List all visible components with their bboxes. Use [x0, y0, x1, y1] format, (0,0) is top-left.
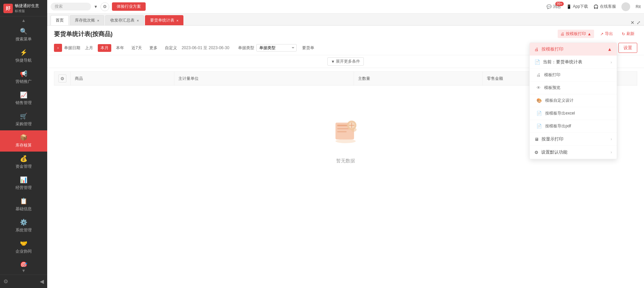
current-item-arrow: ›: [611, 60, 612, 65]
nav-label-collab: 企业协同: [16, 249, 32, 254]
date-this-month-btn[interactable]: 本月: [98, 44, 111, 52]
sidebar-item-collab[interactable]: 🤝企业协同: [0, 236, 47, 258]
export-excel-label: 按模板导出excel: [545, 110, 575, 116]
sidebar-item-purchase[interactable]: 🛒采购管理: [0, 109, 47, 130]
date-this-year-btn[interactable]: 本年: [113, 44, 127, 52]
window-expand-btn[interactable]: ⤢: [637, 20, 641, 25]
set-default-label: 设置默认功能: [541, 149, 567, 155]
sidebar: 好 畅捷通好生意 标准版 ▲ 🔍搜索菜单⚡快捷导航📢营销推广📈销售管理🛒采购管理…: [0, 0, 47, 288]
tab-receipt-summary-close[interactable]: ×: [137, 19, 139, 23]
dropdown-export-pdf[interactable]: 📄 按模板导出pdf: [530, 120, 617, 133]
app-name: 畅捷通好生意: [15, 3, 39, 9]
col-goods-header: 商品: [71, 72, 174, 86]
nav-label-search: 搜索菜单: [16, 36, 32, 42]
user-avatar[interactable]: [621, 2, 630, 11]
footer-fold-icon[interactable]: ◀: [40, 278, 44, 285]
export-pdf-icon: 📄: [536, 124, 542, 129]
header-settings-btn[interactable]: ⚙: [100, 2, 109, 11]
sidebar-item-guide[interactable]: 🎯新手引导: [0, 258, 47, 267]
user-name[interactable]: Rit: [636, 4, 641, 9]
template-custom-icon: 🎨: [536, 98, 542, 103]
expand-more-btn[interactable]: ▼ 展开更多条件: [327, 57, 364, 66]
template-custom-label: 模板自定义设计: [545, 98, 574, 103]
nav-label-operation: 经营管理: [16, 185, 32, 191]
tab-order-stats[interactable]: 要货单统计表 ×: [145, 15, 183, 25]
print-template-btn[interactable]: 🖨 按模板打印 ▲: [558, 30, 594, 38]
export-label: 导出: [605, 31, 613, 37]
dropdown-current-item[interactable]: 📄 当前：要货单统计表 ›: [530, 56, 617, 69]
print-btn-label: 按模板打印: [566, 31, 586, 37]
filter-toggle-btn[interactable]: ›: [54, 44, 62, 52]
set-default-arrow: ›: [611, 150, 612, 155]
service-icon: 🎧: [593, 4, 598, 9]
main-area: 搜索 ▼ ⚙ 体验行业方案 💬 消息 99+ 📱 App下载 🎧 在线客服 Ri…: [47, 0, 644, 288]
logo-icon: 好: [3, 4, 13, 13]
sidebar-item-sales[interactable]: 📈销售管理: [0, 88, 47, 109]
nav-icon-finance: 💰: [20, 155, 27, 162]
sidebar-item-quick[interactable]: ⚡快捷导航: [0, 45, 47, 67]
template-print-icon: 🖨: [536, 72, 541, 77]
online-service-label: 在线客服: [600, 4, 616, 9]
sidebar-item-system[interactable]: ⚙️系统管理: [0, 215, 47, 236]
tab-inventory-batch-close[interactable]: ×: [97, 19, 99, 23]
header-right: 💬 消息 99+ 📱 App下载 🎧 在线客服 Rit: [547, 2, 641, 11]
dropdown-set-default[interactable]: ⚙ 设置默认功能 ›: [530, 146, 617, 159]
display-print-label: 按显示打印: [541, 136, 563, 142]
export-icon: ↗: [600, 32, 604, 36]
message-icon: 💬: [547, 4, 552, 9]
tab-inventory-batch[interactable]: 库存批次账 ×: [70, 15, 104, 25]
nav-icon-guide: 🎯: [20, 261, 27, 267]
col-settings-btn[interactable]: ⚙: [58, 74, 66, 83]
filter-settings-btn[interactable]: 设置: [618, 43, 637, 53]
window-close-btn[interactable]: ✕: [631, 20, 635, 25]
order-type-select[interactable]: 单据类型 要货单 退货单: [256, 44, 297, 52]
sidebar-item-basic[interactable]: 📋基础信息: [0, 194, 47, 215]
scroll-down-btn[interactable]: ▼: [0, 267, 47, 275]
tab-home[interactable]: 首页: [51, 15, 69, 25]
dropdown-template-custom[interactable]: 🎨 模板自定义设计: [530, 94, 617, 107]
export-btn[interactable]: ↗ 导出: [597, 30, 616, 38]
scroll-up-btn[interactable]: ▲: [0, 17, 47, 24]
dropdown-template-preview[interactable]: 👁 模板预览: [530, 82, 617, 94]
dropdown-title-text: 按模板打印: [541, 46, 563, 52]
current-item-label: 当前：要货单统计表: [543, 59, 582, 65]
app-badge: 标准版: [15, 9, 39, 13]
sidebar-nav: 🔍搜索菜单⚡快捷导航📢营销推广📈销售管理🛒采购管理📦库存核算💰资金管理📊经营管理…: [0, 24, 47, 267]
app-download-label: App下载: [573, 4, 588, 9]
dropdown-template-print[interactable]: 🖨 模板打印: [530, 69, 617, 82]
col-unit-header: 主计量单位: [174, 72, 354, 86]
set-default-icon: ⚙: [534, 150, 538, 155]
refresh-label: 刷新: [626, 31, 635, 37]
nav-label-system: 系统管理: [16, 227, 32, 233]
sidebar-item-finance[interactable]: 💰资金管理: [0, 152, 47, 173]
trial-btn[interactable]: 体验行业方案: [112, 2, 146, 11]
online-service-btn[interactable]: 🎧 在线客服: [593, 4, 616, 9]
content-area: 要货单统计表(按商品) 🖨 按模板打印 ▲ ↗ 导出 ↻ 刷新: [47, 26, 644, 288]
nav-label-finance: 资金管理: [16, 164, 32, 169]
tab-receipt-summary[interactable]: 收发存汇总表 ×: [105, 15, 144, 25]
template-print-label: 模板打印: [544, 72, 560, 78]
export-pdf-label: 按模板导出pdf: [545, 123, 571, 129]
dropdown-export-excel[interactable]: 📄 按模板导出excel: [530, 107, 617, 120]
sidebar-item-inventory[interactable]: 📦库存核算: [0, 130, 47, 152]
date-custom-btn[interactable]: 自定义: [162, 44, 180, 52]
dropdown-display-print[interactable]: 🖥 按显示打印 ›: [530, 133, 617, 146]
top-header: 搜索 ▼ ⚙ 体验行业方案 💬 消息 99+ 📱 App下载 🎧 在线客服 Ri…: [47, 0, 644, 13]
nav-icon-search: 🔍: [20, 28, 27, 35]
app-download-btn[interactable]: 📱 App下载: [566, 4, 588, 9]
sidebar-item-operation[interactable]: 📊经营管理: [0, 173, 47, 194]
sidebar-item-marketing[interactable]: 📢营销推广: [0, 67, 47, 88]
refresh-btn[interactable]: ↻ 刷新: [619, 30, 637, 38]
date-range-display: 2023-06-01 至 2023-06-30: [182, 45, 229, 51]
nav-icon-inventory: 📦: [20, 134, 27, 141]
header-dropdown-btn[interactable]: ▼: [94, 4, 98, 9]
date-more-btn[interactable]: 更多: [147, 44, 160, 52]
sidebar-item-search[interactable]: 🔍搜索菜单: [0, 24, 47, 45]
date-7days-btn[interactable]: 近7天: [129, 44, 145, 52]
dropdown-close-btn[interactable]: ▲: [607, 46, 612, 52]
tab-order-stats-close[interactable]: ×: [176, 19, 178, 23]
messages-btn[interactable]: 💬 消息 99+: [547, 4, 561, 9]
footer-settings-icon[interactable]: ⚙: [3, 278, 8, 285]
date-last-month-btn[interactable]: 上月: [82, 44, 96, 52]
tab-order-stats-label: 要货单统计表: [150, 18, 174, 23]
